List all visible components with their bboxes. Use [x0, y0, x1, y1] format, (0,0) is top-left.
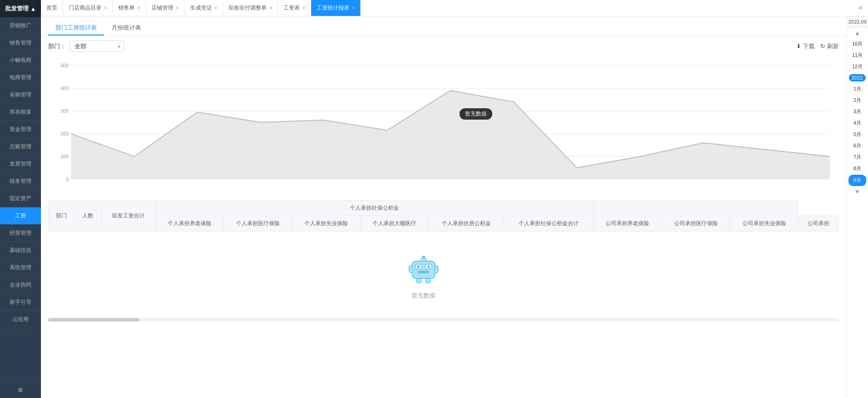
month-label-12月[interactable]: 12月 — [847, 61, 868, 72]
svg-text:400: 400 — [61, 86, 69, 91]
month-label-2月[interactable]: 2月 — [847, 95, 868, 106]
th-personal-medical: 个人承担医疗保险 — [224, 216, 292, 232]
sidebar-item-税务管理[interactable]: 税务管理 — [0, 173, 41, 190]
table-header-row2: 个人承担养老保险 个人承担医疗保险 个人承担失业保险 个人承担大额医疗 个人承担… — [49, 216, 839, 232]
month-label-6月[interactable]: 6月 — [847, 140, 868, 151]
th-personal-housing: 个人承担住房公积金 — [429, 216, 504, 232]
scroll-bar-thumb[interactable] — [48, 318, 139, 322]
th-dept: 部门 — [49, 201, 75, 232]
svg-text:0: 0 — [66, 176, 69, 182]
month-label-3月[interactable]: 3月 — [847, 106, 868, 117]
toolbar: 部门： 全部 ⬇ 下载 ↻ 刷新 — [41, 36, 846, 56]
empty-text: 暂无数据 — [412, 292, 435, 300]
sidebar-item-发票管理[interactable]: 发票管理 — [0, 156, 41, 173]
year-panel-header: 2022.09 — [847, 16, 868, 28]
chart-svg: 5004003002001000 — [48, 56, 839, 193]
sidebar-item-云应用[interactable]: 云应用 — [0, 311, 41, 328]
sidebar-item-系统管理[interactable]: 系统管理 — [0, 259, 41, 277]
tab-生成凭证[interactable]: 生成凭证× — [185, 0, 223, 16]
sub-tab-month[interactable]: 月份统计表 — [104, 21, 148, 35]
svg-text:100: 100 — [61, 154, 69, 159]
sidebar-item-小畅电商[interactable]: 小畅电商 — [0, 52, 41, 69]
month-label-10月[interactable]: 10月 — [847, 38, 868, 50]
svg-rect-12 — [412, 261, 435, 278]
tab-工资统计报表[interactable]: 工资统计报表× — [311, 0, 361, 16]
sidebar-item-经营管理[interactable]: 经营管理 — [0, 225, 41, 242]
month-label-11月[interactable]: 11月 — [847, 50, 868, 61]
dept-select-wrapper: 全部 — [70, 40, 124, 52]
tab-bar: 首页门店商品目录×销售单×店铺管理×生成凭证×应收应付调整单×工资表×工资统计报… — [41, 0, 868, 16]
year-nav-up[interactable]: ▲ — [847, 28, 868, 38]
download-icon: ⬇ — [796, 43, 801, 50]
tab-销售单[interactable]: 销售单× — [113, 0, 146, 16]
tab-close-icon[interactable]: × — [176, 5, 179, 10]
table-body: 暂无数据 — [49, 232, 839, 318]
tab-close-icon[interactable]: × — [137, 5, 140, 10]
tab-工资表[interactable]: 工资表× — [278, 0, 311, 16]
table-empty-row: 暂无数据 — [49, 232, 839, 318]
svg-point-16 — [427, 265, 430, 268]
th-company-medical: 公司承担医疗保险 — [661, 216, 730, 232]
month-label-5月[interactable]: 5月 — [847, 129, 868, 140]
sidebar: 批发管理 ▲ 营销推广销售管理小畅电商电商管理采购管理库存核算资金管理总账管理发… — [0, 0, 41, 398]
tab-门店商品目录[interactable]: 门店商品目录× — [63, 0, 113, 16]
th-personal-pension: 个人承担养老保险 — [155, 216, 223, 232]
download-button[interactable]: ⬇ 下载 — [796, 42, 815, 50]
sidebar-collapse-icon[interactable]: ▲ — [30, 5, 36, 12]
sidebar-item-企业协同[interactable]: 企业协同 — [0, 277, 41, 294]
sidebar-item-营销推广[interactable]: 营销推广 — [0, 17, 41, 35]
main-content: 部门工资统计表 月份统计表 部门： 全部 ⬇ 下载 — [41, 16, 846, 398]
tab-应收应付调整单[interactable]: 应收应付调整单× — [223, 0, 278, 16]
th-personal-total: 个人承担社保公积金合计 — [504, 216, 593, 232]
svg-text:200: 200 — [61, 131, 69, 136]
sidebar-item-工资[interactable]: 工资 — [0, 207, 41, 225]
tab-label: 生成凭证 — [190, 4, 212, 12]
sidebar-item-销售管理[interactable]: 销售管理 — [0, 35, 41, 52]
month-label-8月[interactable]: 8月 — [847, 163, 868, 174]
tab-店铺管理[interactable]: 店铺管理× — [146, 0, 185, 16]
tab-close-icon[interactable]: × — [352, 5, 355, 10]
tab-label: 工资表 — [283, 4, 300, 12]
year-nav-down[interactable]: ▼ — [847, 186, 868, 197]
tab-close-icon[interactable]: × — [215, 5, 217, 10]
sub-tab-dept[interactable]: 部门工资统计表 — [48, 21, 104, 35]
toolbar-right: ⬇ 下载 ↻ 刷新 — [796, 42, 839, 50]
year-label-2022[interactable]: 2022 — [847, 72, 868, 83]
table-area: 部门 人数 应发工资合计 个人承担社保公积金 个人承担养老保险 个人承担医疗保险… — [41, 200, 846, 318]
refresh-label: 刷新 — [827, 42, 839, 50]
sidebar-item-采购管理[interactable]: 采购管理 — [0, 86, 41, 104]
sidebar-item-电商管理[interactable]: 电商管理 — [0, 69, 41, 86]
svg-text:300: 300 — [61, 108, 69, 114]
th-personal-group: 个人承担社保公积金 — [155, 201, 593, 216]
sidebar-header[interactable]: 批发管理 ▲ — [0, 0, 41, 17]
tab-首页[interactable]: 首页 — [41, 0, 63, 16]
tab-label: 应收应付调整单 — [228, 4, 267, 12]
main-area: 首页门店商品目录×销售单×店铺管理×生成凭证×应收应付调整单×工资表×工资统计报… — [41, 0, 868, 398]
th-personal-major-medical: 个人承担大额医疗 — [360, 216, 429, 232]
sidebar-item-新手引导[interactable]: 新手引导 — [0, 294, 41, 311]
close-all-tabs-button[interactable]: × — [857, 3, 864, 13]
chart-container: 5004003002001000 暂无数据 — [48, 56, 839, 193]
scroll-bar-area[interactable] — [48, 318, 839, 322]
svg-rect-22 — [417, 278, 421, 283]
sidebar-item-固定资产[interactable]: 固定资产 — [0, 190, 41, 207]
sidebar-item-总账管理[interactable]: 总账管理 — [0, 138, 41, 156]
month-label-7月[interactable]: 7月 — [847, 151, 868, 163]
month-label-1月[interactable]: 1月 — [847, 83, 868, 95]
sidebar-settings-button[interactable]: ⚙ — [0, 382, 41, 398]
tab-close-icon[interactable]: × — [104, 5, 107, 10]
svg-rect-21 — [434, 266, 438, 273]
empty-icon — [405, 250, 442, 286]
sidebar-item-资金管理[interactable]: 资金管理 — [0, 121, 41, 138]
sidebar-item-基础信息[interactable]: 基础信息 — [0, 242, 41, 259]
tab-bar-end: × — [857, 3, 868, 13]
month-label-9月[interactable]: 9月 — [848, 175, 866, 186]
dept-select[interactable]: 全部 — [70, 40, 124, 52]
tab-label: 工资统计报表 — [317, 4, 349, 12]
month-label-4月[interactable]: 4月 — [847, 117, 868, 129]
tab-close-icon[interactable]: × — [269, 5, 272, 10]
tab-close-icon[interactable]: × — [303, 5, 305, 10]
refresh-icon: ↻ — [820, 43, 825, 50]
sidebar-item-库存核算[interactable]: 库存核算 — [0, 104, 41, 121]
refresh-button[interactable]: ↻ 刷新 — [820, 42, 839, 50]
